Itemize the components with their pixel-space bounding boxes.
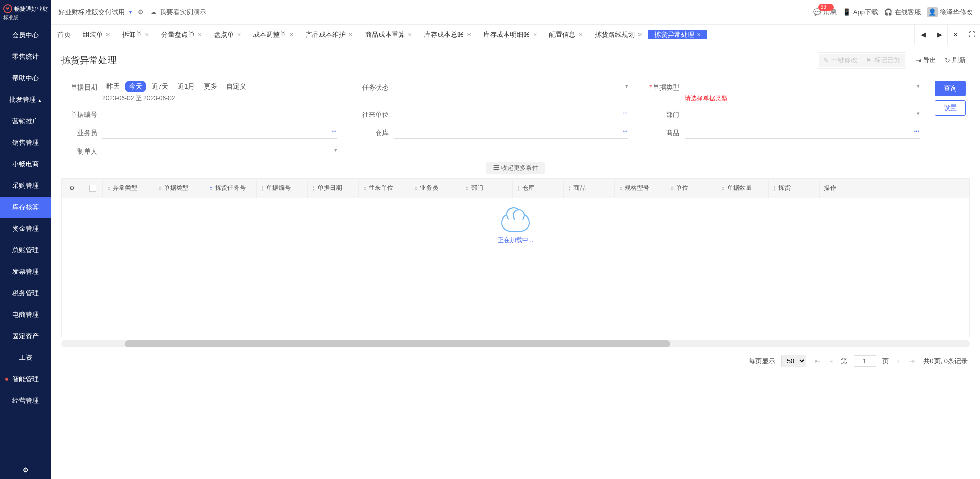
sidebar-item[interactable]: 资金管理 [0,218,51,239]
column-header[interactable]: ▲▼往来单位 [359,179,410,198]
tab[interactable]: 首页 [51,30,77,39]
tab[interactable]: 产品成本维护× [300,30,359,39]
sidebar-item[interactable]: 批发管理 [0,89,51,111]
close-icon[interactable]: × [408,31,412,38]
sidebar-item[interactable]: 发票管理 [0,261,51,282]
refresh-button[interactable]: ↻ 刷新 [941,54,970,67]
goods-input[interactable] [685,126,920,139]
column-header[interactable]: ▲▼单据编号 [257,179,308,198]
tab[interactable]: 拣货路线规划× [589,30,648,39]
tab[interactable]: 盘点单× [208,30,247,39]
tab[interactable]: 配置信息× [543,30,589,39]
date-tab[interactable]: 近1月 [174,81,199,92]
sidebar-item[interactable]: 销售管理 [0,132,51,154]
tab[interactable]: 分量盘点单× [155,30,208,39]
sidebar-item[interactable]: 零售统计 [0,46,51,68]
tab-scroll-right[interactable]: ▶ [931,25,947,45]
next-page-button[interactable]: › [895,357,901,365]
close-icon[interactable]: × [638,31,642,38]
demo-link[interactable]: ☁ 我要看实例演示 [150,8,206,17]
messages-button[interactable]: 💬 99 + 消息 [813,8,837,17]
chevron-down-icon[interactable]: ▾ [917,110,920,117]
sidebar-item[interactable]: 营销推广 [0,111,51,132]
maker-select[interactable] [102,145,337,157]
sidebar-item[interactable]: 小畅电商 [0,154,51,175]
close-icon[interactable]: × [349,31,353,38]
sidebar-item[interactable]: 工资 [0,347,51,368]
date-tab[interactable]: 近7天 [147,81,173,92]
chevron-down-icon[interactable]: ▾ [334,147,337,154]
close-icon[interactable]: × [145,31,150,38]
date-tab[interactable]: 昨天 [102,81,124,92]
collapse-toggle[interactable]: ☰ 收起更多条件 [51,158,980,178]
sidebar-item[interactable]: 帮助中心 [0,68,51,89]
query-button[interactable]: 查询 [935,81,966,96]
close-icon[interactable]: × [533,31,537,38]
first-page-button[interactable]: ⇤ [813,357,822,365]
sidebar-item[interactable]: 智能管理 [0,368,51,390]
sidebar-item[interactable]: 电商管理 [0,304,51,325]
close-icon[interactable]: × [579,31,583,38]
export-button[interactable]: ⇥ 导出 [911,54,941,67]
tab-close-all[interactable]: ✕ [947,25,964,45]
dept-select[interactable] [685,108,920,120]
per-page-select[interactable]: 50 [781,355,806,367]
sidebar-item[interactable]: 会员中心 [0,25,51,46]
close-icon[interactable]: × [289,31,293,38]
sidebar-item[interactable]: 固定资产 [0,325,51,347]
last-page-button[interactable]: ⇥ [907,357,917,365]
sidebar-item[interactable]: 税务管理 [0,282,51,304]
tab[interactable]: 成本调整单× [247,30,300,39]
settings-button[interactable]: 设置 [935,100,966,116]
date-tab[interactable]: 今天 [125,81,146,92]
tab-scroll-left[interactable]: ◀ [914,25,931,45]
environment-selector[interactable]: 好业财标准版交付试用 ▾ [58,8,132,17]
doc-type-select[interactable] [685,81,920,93]
column-header[interactable]: ▲▼单位 [666,179,717,198]
column-header[interactable]: ▲▼业务员 [410,179,461,198]
horizontal-scrollbar[interactable] [61,340,970,347]
tab[interactable]: 库存成本总账× [418,30,477,39]
close-icon[interactable]: × [467,31,471,38]
chevron-down-icon[interactable]: ▾ [625,83,628,90]
column-header[interactable]: ▲▼商品 [564,179,615,198]
task-status-select[interactable] [394,81,629,93]
column-header[interactable]: ▲▼单据日期 [308,179,359,198]
date-tab[interactable]: 自定义 [222,81,250,92]
sidebar-item[interactable]: 采购管理 [0,175,51,197]
tab[interactable]: 库存成本明细账× [477,30,543,39]
close-icon[interactable]: × [237,31,241,38]
column-settings-icon[interactable]: ⚙ [62,179,82,198]
tab[interactable]: 商品成本重算× [359,30,418,39]
lookup-icon[interactable]: ⋯ [622,110,628,117]
warehouse-input[interactable] [394,126,629,139]
lookup-icon[interactable]: ⋯ [622,128,628,135]
settings-icon[interactable]: ⚙ [138,8,144,16]
select-all-checkbox[interactable] [82,179,103,198]
column-header[interactable]: ▲▼单据数量 [717,179,769,198]
prev-page-button[interactable]: ‹ [828,357,835,365]
sidebar-item[interactable]: 经营管理 [0,390,51,411]
close-icon[interactable]: × [198,31,202,38]
column-header[interactable]: ▲▼拣货任务号 [205,179,257,198]
doc-no-input[interactable] [102,108,337,120]
date-tab[interactable]: 更多 [200,81,221,92]
tab[interactable]: 拆卸单× [116,30,156,39]
sidebar-settings-icon[interactable]: ⚙ [0,461,51,479]
tab[interactable]: 拣货异常处理× [648,30,708,39]
fullscreen-icon[interactable]: ⛶ [964,25,980,45]
lookup-icon[interactable]: ⋯ [913,128,920,135]
support-button[interactable]: 🎧 在线客服 [884,8,921,17]
tab[interactable]: 组装单× [77,30,116,39]
page-input[interactable] [854,355,876,367]
column-header[interactable]: ▲▼异常类型 [103,179,154,198]
chevron-down-icon[interactable]: ▾ [917,83,920,90]
partner-input[interactable] [394,108,629,120]
column-header[interactable]: ▲▼部门 [461,179,513,198]
lookup-icon[interactable]: ⋯ [331,128,337,135]
sidebar-item[interactable]: 总账管理 [0,239,51,261]
column-header[interactable]: 操作 [820,179,856,198]
column-header[interactable]: ▲▼拣货 [769,179,820,198]
app-download-button[interactable]: 📱 App下载 [843,8,878,17]
column-header[interactable]: ▲▼仓库 [513,179,564,198]
